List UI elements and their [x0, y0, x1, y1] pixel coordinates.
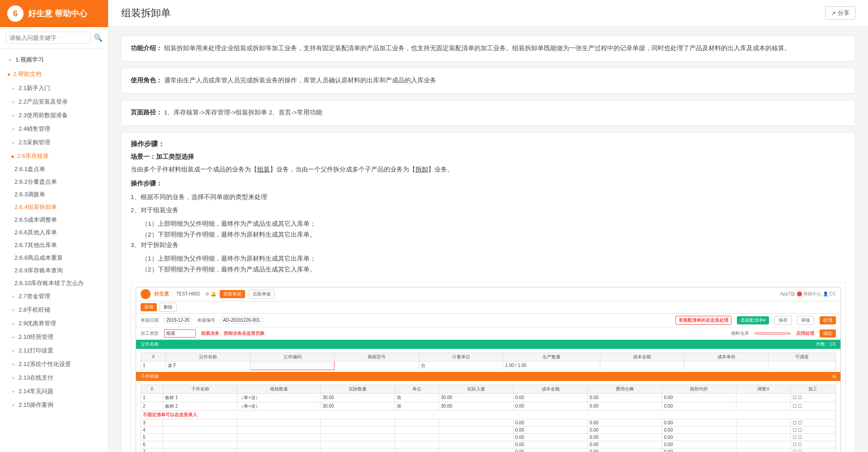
sidebar-leaf-2-6-2[interactable]: 2.6.2分量盘点单	[0, 176, 108, 188]
sidebar-leaf-2-6-6[interactable]: 2.6.6其他入库单	[0, 226, 108, 239]
sidebar-item-video-learning[interactable]: ＋ 1.视频学习	[0, 52, 108, 67]
mock-window: 好生意 TEST-H002 ⚙ 🔔 前面单据 后面单据 AppT版 🔴 帮助中心…	[136, 287, 841, 452]
sidebar-item-2-12[interactable]: ＋ 2.12系统个性化设置	[0, 357, 108, 371]
search-input[interactable]	[5, 32, 91, 44]
plus-icon: ＋	[11, 334, 16, 341]
share-button[interactable]: ↗ 分享	[825, 6, 855, 20]
mock-new-btn[interactable]: 新增	[141, 303, 157, 311]
callout-left-bottom: 组装业务、拆卸业务在这里切换	[201, 330, 264, 337]
plus-icon: ＋	[11, 139, 16, 146]
path-label: 页面路径：	[131, 109, 162, 116]
mock-upper-table-wrapper: # 父件名称 父件编码 规格型号 计量单位 生产数量 成本金额 成本单价 可调度	[136, 349, 840, 372]
mock-col-fcode: 父件编码	[250, 352, 334, 361]
mock-brand: 好生意	[154, 290, 169, 297]
sidebar-item-2-14[interactable]: ＋ 2.14常见问题	[0, 385, 108, 398]
mock-audit-btn[interactable]: 审核	[797, 316, 814, 325]
mock-process-btn[interactable]: 处理	[820, 316, 836, 324]
sidebar-leaf-2-6-8[interactable]: 2.6.8商品成本重算	[0, 252, 108, 264]
mock-lcell-cost-1: 0.00	[513, 393, 587, 402]
mock-tab-row: 新增 删除	[136, 301, 840, 314]
sidebar-leaf-2-6-4[interactable]: 2.6.4组装拆卸单	[0, 201, 108, 214]
mock-fields-row: 单据日期 2019-12-26 单据编号 AD-20191226-001 有装配…	[136, 314, 840, 328]
plus-icon: ＋	[11, 99, 16, 105]
sidebar-item-2-1[interactable]: ＋ 2.1新手入门	[0, 81, 108, 95]
callout-right-top: 有装配清单的在这里处理	[675, 316, 731, 325]
ops-title: 操作步骤：	[131, 140, 846, 148]
mock-lower-table-wrapper: # 子件名称 规格数量 实际数量 单位 实际入量 成本金额 费用分摊 期初均价	[136, 381, 840, 452]
mock-logo-icon	[141, 289, 151, 299]
mock-confirm-btn[interactable]: 确定	[820, 329, 836, 338]
mock-lcol-qty1: 规格数量	[237, 385, 321, 393]
mock-lcol-cost3: 期初均价	[662, 385, 736, 393]
mock-lcol-in: 实际入量	[439, 385, 513, 393]
step-2-sub-2: （2）下部明细为子件明细，最终作为原材料生成其它出库单。	[142, 229, 846, 240]
sidebar-leaf-2-6-7[interactable]: 2.6.7其他出库单	[0, 239, 108, 252]
mock-lcell-no-2: 2	[141, 402, 163, 410]
page-title: 组装拆卸单	[121, 6, 171, 20]
mock-lcol-adj: 调整V	[736, 385, 791, 393]
sidebar-item-2-11[interactable]: ＋ 2.11打印设置	[0, 344, 108, 357]
main-header: 组装拆卸单 ↗ 分享	[108, 0, 868, 27]
mock-lcell-cost-2: 0.00	[513, 402, 587, 410]
minus-icon-2-6: ●	[11, 153, 14, 160]
mock-next-btn[interactable]: 后面单据	[249, 290, 275, 299]
sidebar-item-2-2[interactable]: ＋ 2.2产品安装及登录	[0, 95, 108, 109]
sidebar-item-2-8[interactable]: ＋ 2.8手机旺铺	[0, 303, 108, 317]
mock-col-unit: 计量单位	[419, 352, 503, 361]
mock-lcell-qty2-2: 30.00	[321, 402, 395, 410]
ops-steps-title: 操作步骤：	[131, 180, 846, 188]
mock-lcol-no: #	[141, 385, 163, 393]
sidebar-item-help-docs[interactable]: ● 2.帮助文档	[0, 67, 108, 81]
mock-lcol-sname: 子件名称	[163, 385, 237, 393]
mock-lcol-unit: 单位	[395, 385, 439, 393]
sidebar-item-2-5[interactable]: ＋ 2.5采购管理	[0, 136, 108, 149]
sidebar-leaf-2-6-10[interactable]: 2.6.10库存账本错了怎么办	[0, 277, 108, 290]
sidebar-item-2-9[interactable]: ＋ 2.9优惠券管理	[0, 317, 108, 330]
mock-lower-table: # 子件名称 规格数量 实际数量 单位 实际入量 成本金额 费用分摊 期初均价	[141, 385, 836, 452]
role-label: 使用角色：	[131, 77, 162, 84]
mock-upper-qty: 件数：1/1	[816, 341, 836, 347]
mock-lcell-avg-2: 0.00	[662, 402, 736, 410]
mock-lcol-cost2: 费用分摊	[588, 385, 662, 393]
sidebar-item-2-15[interactable]: ＋ 2.15操作案例	[0, 398, 108, 412]
table-row: 1 板材 1 （单+业） 30.00 块 30.00 0.00 0.00 0.0…	[141, 393, 836, 402]
table-row: 50.000.000.00☐ ☐	[141, 433, 836, 441]
mock-type-row: 加工类型 组装 组装业务、拆卸业务在这里切换 领料仓库 启用处理 确定	[136, 328, 840, 340]
sidebar-leaf-2-6-5[interactable]: 2.6.5成本调整单	[0, 214, 108, 226]
inline-text-disassemble: 拆卸	[415, 166, 428, 173]
mock-nav-arrows: ⚙ 🔔	[205, 291, 216, 296]
sidebar-item-2-13[interactable]: ＋ 2.13在线支付	[0, 371, 108, 385]
sidebar-leaf-2-6-9[interactable]: 2.6.9库存账本查询	[0, 264, 108, 277]
mock-lcell-qty2-1: 30.00	[321, 393, 395, 402]
mock-lcell-name-2: 板材 2	[163, 402, 237, 410]
sidebar-item-2-3[interactable]: ＋ 2.3使用前数据准备	[0, 109, 108, 122]
main-body: 功能介绍： 组装拆卸单用来处理企业组装或拆卸等加工业务，支持有固定装配清单的产品…	[108, 27, 868, 452]
sidebar-item-2-7[interactable]: ＋ 2.7资金管理	[0, 290, 108, 303]
mock-callout-btn[interactable]: 选装配清单▾	[737, 316, 769, 324]
plus-icon: ＋	[11, 347, 16, 354]
mock-lcell-unit-1: 块	[395, 393, 439, 402]
mock-code-label: 单据编号	[197, 317, 215, 324]
sidebar-leaf-2-6-3[interactable]: 2.6.3调拨单	[0, 188, 108, 201]
sidebar-leaf-2-6-1[interactable]: 2.6.1盘点单	[0, 163, 108, 176]
step-3-sub-2: （2）下部明细为子件明细，最终作为产成品生成其它入库单。	[142, 264, 846, 275]
table-row: 70.000.000.00☐ ☐	[141, 448, 836, 452]
sidebar-item-2-10[interactable]: ＋ 2.10经营管理	[0, 330, 108, 344]
nav-section-2: ● 2.帮助文档 ＋ 2.1新手入门 ＋ 2.2产品安装及登录 ＋ 2.3使用前…	[0, 67, 108, 412]
plus-icon: ＋	[11, 85, 16, 92]
mock-del-btn[interactable]: 删除	[160, 303, 177, 312]
role-text: 通常由生产人员或库管人员完成拆装业务的操作，库管人员确认原材料的出库和产成品的入…	[164, 77, 436, 84]
callout-right-bottom: 启用处理	[796, 330, 814, 337]
mock-col-no: #	[141, 352, 166, 361]
mock-lcell-name-1: 板材 1	[163, 393, 237, 402]
search-button[interactable]: 🔍	[94, 33, 103, 42]
sidebar-brand-name: 好生意 帮助中心	[28, 8, 87, 19]
mock-lcell-in-1: 30.00	[439, 393, 513, 402]
sidebar-item-2-4[interactable]: ＋ 2.4销售管理	[0, 122, 108, 136]
sidebar-item-2-6[interactable]: ● 2.6库存核算	[0, 149, 108, 163]
mock-save-btn[interactable]: 保存	[774, 316, 792, 325]
func-intro-text: 组装拆卸单用来处理企业组装或拆卸等加工业务，支持有固定装配清单的产品加工业务，也…	[164, 45, 791, 52]
mock-col-fname: 父件名称	[166, 352, 250, 361]
mock-prev-btn[interactable]: 前面单据	[220, 290, 245, 298]
sidebar-search-area: 🔍	[0, 27, 108, 49]
